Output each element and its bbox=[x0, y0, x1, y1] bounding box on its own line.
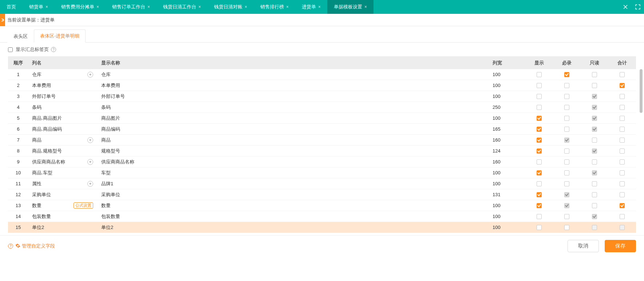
cell-width[interactable]: 100 bbox=[489, 214, 525, 219]
total-checkbox[interactable] bbox=[620, 214, 625, 219]
table-row[interactable]: 14包装数量包装数量100 bbox=[8, 211, 636, 222]
close-icon[interactable]: × bbox=[46, 4, 48, 9]
readonly-checkbox[interactable] bbox=[592, 83, 597, 88]
show-checkbox[interactable] bbox=[537, 170, 542, 175]
close-icon[interactable]: × bbox=[198, 4, 201, 9]
close-all-tabs-icon[interactable] bbox=[619, 0, 632, 14]
show-checkbox[interactable] bbox=[537, 159, 542, 165]
required-checkbox[interactable] bbox=[564, 225, 569, 230]
readonly-checkbox[interactable] bbox=[592, 138, 597, 143]
close-icon[interactable]: × bbox=[286, 4, 289, 9]
top-tab[interactable]: 钱货日清工作台× bbox=[157, 0, 208, 14]
top-tab[interactable]: 销售排行榜× bbox=[254, 0, 295, 14]
show-summary-checkbox[interactable] bbox=[8, 47, 13, 52]
cell-width[interactable]: 100 bbox=[489, 94, 525, 99]
total-checkbox[interactable] bbox=[620, 116, 625, 121]
add-icon[interactable]: + bbox=[87, 72, 93, 78]
show-checkbox[interactable] bbox=[537, 105, 542, 110]
save-button[interactable]: 保存 bbox=[605, 240, 636, 252]
close-icon[interactable]: × bbox=[96, 4, 99, 9]
table-row[interactable]: 3外部订单号外部订单号100 bbox=[8, 91, 636, 102]
readonly-checkbox[interactable] bbox=[592, 72, 597, 77]
help-icon[interactable]: ? bbox=[8, 244, 13, 249]
close-icon[interactable]: × bbox=[245, 4, 247, 9]
cell-display-name[interactable]: 供应商商品名称 bbox=[98, 159, 489, 165]
add-icon[interactable]: + bbox=[87, 181, 93, 187]
show-checkbox[interactable] bbox=[537, 138, 542, 143]
cell-display-name[interactable]: 包装数量 bbox=[98, 213, 489, 220]
required-checkbox[interactable] bbox=[564, 181, 569, 186]
total-checkbox[interactable] bbox=[620, 83, 625, 88]
cell-display-name[interactable]: 车型 bbox=[98, 170, 489, 176]
cell-width[interactable]: 160 bbox=[489, 159, 525, 165]
total-checkbox[interactable] bbox=[620, 149, 625, 154]
total-checkbox[interactable] bbox=[620, 159, 625, 165]
total-checkbox[interactable] bbox=[620, 203, 625, 208]
show-checkbox[interactable] bbox=[537, 83, 542, 88]
required-checkbox[interactable] bbox=[564, 83, 569, 88]
close-icon[interactable]: × bbox=[147, 4, 150, 9]
cell-display-name[interactable]: 单位2 bbox=[98, 224, 489, 231]
cell-width[interactable]: 100 bbox=[489, 225, 525, 230]
table-row[interactable]: 4条码条码250 bbox=[8, 102, 636, 113]
cell-width[interactable]: 131 bbox=[489, 192, 525, 197]
required-checkbox[interactable] bbox=[564, 116, 569, 121]
formula-setting-button[interactable]: 公式设置 bbox=[74, 202, 93, 209]
table-row[interactable]: 9供应商商品名称+供应商商品名称160 bbox=[8, 157, 636, 167]
cell-display-name[interactable]: 商品 bbox=[98, 137, 489, 143]
show-checkbox[interactable] bbox=[537, 116, 542, 121]
table-row[interactable]: 13数量公式设置数量100 bbox=[8, 200, 636, 211]
table-row[interactable]: 11属性+品牌1100 bbox=[8, 178, 636, 189]
close-icon[interactable]: × bbox=[364, 4, 367, 9]
show-checkbox[interactable] bbox=[537, 225, 542, 230]
cell-width[interactable]: 100 bbox=[489, 72, 525, 77]
show-checkbox[interactable] bbox=[537, 149, 542, 154]
cell-width[interactable]: 100 bbox=[489, 83, 525, 88]
cell-width[interactable]: 124 bbox=[489, 148, 525, 154]
required-checkbox[interactable] bbox=[564, 127, 569, 132]
required-checkbox[interactable] bbox=[564, 72, 569, 77]
inner-tab[interactable]: 表体区-进货单明细 bbox=[34, 29, 86, 43]
top-tab[interactable]: 销售订单工作台× bbox=[106, 0, 157, 14]
total-checkbox[interactable] bbox=[620, 138, 625, 143]
table-row[interactable]: 12采购单位采购单位131 bbox=[8, 189, 636, 200]
show-checkbox[interactable] bbox=[537, 72, 542, 77]
show-checkbox[interactable] bbox=[537, 127, 542, 132]
fullscreen-icon[interactable] bbox=[632, 0, 644, 14]
table-row[interactable]: 10商品.车型车型100 bbox=[8, 167, 636, 178]
cell-display-name[interactable]: 外部订单号 bbox=[98, 93, 489, 100]
top-tab[interactable]: 销售费用分摊单× bbox=[55, 0, 106, 14]
total-checkbox[interactable] bbox=[620, 72, 625, 77]
total-checkbox[interactable] bbox=[620, 105, 625, 110]
cell-display-name[interactable]: 本单费用 bbox=[98, 82, 489, 89]
required-checkbox[interactable] bbox=[564, 170, 569, 175]
cell-width[interactable]: 160 bbox=[489, 137, 525, 143]
top-tab[interactable]: 单据模板设置× bbox=[327, 0, 374, 14]
add-icon[interactable]: + bbox=[87, 159, 93, 165]
cell-width[interactable]: 100 bbox=[489, 203, 525, 208]
cell-width[interactable]: 165 bbox=[489, 126, 525, 132]
cell-width[interactable]: 250 bbox=[489, 104, 525, 110]
cell-display-name[interactable]: 商品编码 bbox=[98, 126, 489, 132]
cell-display-name[interactable]: 采购单位 bbox=[98, 191, 489, 198]
total-checkbox[interactable] bbox=[620, 94, 625, 99]
table-row[interactable]: 8商品.规格型号规格型号124 bbox=[8, 146, 636, 157]
cell-display-name[interactable]: 规格型号 bbox=[98, 148, 489, 154]
cell-display-name[interactable]: 数量 bbox=[98, 202, 489, 209]
top-tab[interactable]: 进货单× bbox=[295, 0, 327, 14]
add-icon[interactable]: + bbox=[87, 137, 93, 143]
show-checkbox[interactable] bbox=[537, 192, 542, 197]
table-row[interactable]: 15单位2单位2100 bbox=[8, 222, 636, 233]
readonly-checkbox[interactable] bbox=[592, 192, 597, 197]
table-row[interactable]: 5商品.商品图片商品图片100 bbox=[8, 113, 636, 124]
total-checkbox[interactable] bbox=[620, 127, 625, 132]
show-checkbox[interactable] bbox=[537, 214, 542, 219]
total-checkbox[interactable] bbox=[620, 181, 625, 186]
show-checkbox[interactable] bbox=[537, 181, 542, 186]
cancel-button[interactable]: 取消 bbox=[568, 240, 599, 252]
top-tab[interactable]: 销货单× bbox=[23, 0, 55, 14]
top-tab[interactable]: 首页 bbox=[0, 0, 23, 14]
help-icon[interactable]: ? bbox=[51, 47, 56, 52]
show-checkbox[interactable] bbox=[537, 94, 542, 99]
manage-custom-fields-link[interactable]: ? 管理自定义字段 bbox=[8, 243, 55, 249]
